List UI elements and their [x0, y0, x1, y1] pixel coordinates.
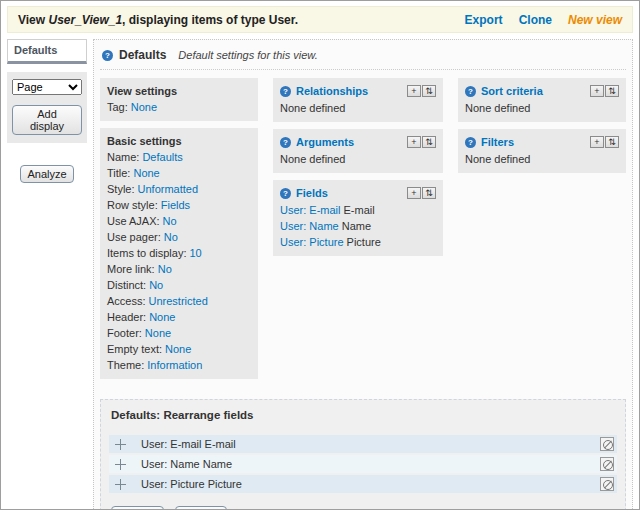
tab-defaults[interactable]: Defaults	[7, 39, 87, 64]
arguments-link[interactable]: Arguments	[296, 134, 354, 150]
setting-row: Tag:None	[107, 99, 251, 115]
setting-value-link[interactable]: Unformatted	[138, 183, 199, 195]
setting-value-link[interactable]: No	[149, 279, 163, 291]
setting-label: Use pager:	[107, 231, 161, 243]
rearrange-fields-form: Defaults: Rearrange fields User: E-mail …	[100, 399, 626, 510]
setting-value-link[interactable]: Defaults	[142, 151, 182, 163]
relationships-empty-text: None defined	[280, 100, 436, 116]
drag-handle-icon[interactable]	[115, 439, 126, 450]
rearrange-sorts-icon[interactable]: ⇅	[605, 85, 619, 97]
setting-value-link[interactable]: None	[131, 101, 157, 113]
add-display-button[interactable]: Add display	[12, 105, 82, 135]
setting-value-link[interactable]: Information	[147, 359, 202, 371]
display-settings-panel: ? Defaults Default settings for this vie…	[93, 39, 633, 510]
setting-row: More link:No	[107, 261, 251, 277]
view-name: User_View_1	[48, 13, 122, 27]
rearrange-row-label: User: E-mail E-mail	[141, 438, 600, 450]
fields-link[interactable]: Fields	[296, 185, 328, 201]
filters-link[interactable]: Filters	[481, 134, 514, 150]
setting-value-link[interactable]: Unrestricted	[149, 295, 208, 307]
setting-label: More link:	[107, 263, 155, 275]
setting-row: Access:Unrestricted	[107, 293, 251, 309]
rearrange-title: Defaults: Rearrange fields	[111, 409, 617, 421]
setting-value-link[interactable]: None	[165, 343, 191, 355]
help-icon[interactable]: ?	[280, 137, 291, 148]
filters-box: ? Filters + ⇅ None defined	[458, 129, 626, 173]
sort-criteria-box: ? Sort criteria + ⇅ None defined	[458, 78, 626, 122]
help-icon[interactable]: ?	[465, 137, 476, 148]
form-actions: Update Cancel	[109, 506, 617, 510]
sort-criteria-header: ? Sort criteria + ⇅	[465, 83, 619, 99]
rearrange-row: User: Picture Picture	[109, 475, 617, 493]
relationships-link[interactable]: Relationships	[296, 83, 368, 99]
setting-label: Use AJAX:	[107, 215, 160, 227]
export-link[interactable]: Export	[465, 13, 503, 27]
rearrange-row: User: Name Name	[109, 455, 617, 473]
help-icon[interactable]: ?	[465, 86, 476, 97]
display-type-select[interactable]: Page	[12, 79, 82, 95]
setting-label: Footer:	[107, 327, 142, 339]
remove-field-icon[interactable]	[600, 437, 614, 451]
setting-label: Tag:	[107, 101, 128, 113]
setting-row: Name:Defaults	[107, 149, 251, 165]
setting-value-link[interactable]: No	[158, 263, 172, 275]
filters-empty-text: None defined	[465, 151, 619, 167]
field-link[interactable]: User: Picture	[280, 236, 344, 248]
setting-value-link[interactable]: None	[149, 311, 175, 323]
setting-row: Use pager:No	[107, 229, 251, 245]
field-label: Picture	[347, 236, 381, 248]
clone-link[interactable]: Clone	[519, 13, 552, 27]
rearrange-fields-icon[interactable]: ⇅	[422, 187, 436, 199]
setting-value-link[interactable]: 10	[189, 247, 201, 259]
rearrange-filters-icon[interactable]: ⇅	[605, 136, 619, 148]
rearrange-arguments-icon[interactable]: ⇅	[422, 136, 436, 148]
drag-handle-icon[interactable]	[115, 479, 126, 490]
setting-value-link[interactable]: None	[133, 167, 159, 179]
view-title-bar: View User_View_1, displaying items of ty…	[7, 6, 633, 33]
help-icon[interactable]: ?	[280, 86, 291, 97]
analyze-button[interactable]: Analyze	[20, 165, 73, 183]
view-action-links: Export Clone New view	[465, 13, 622, 27]
new-view-link[interactable]: New view	[568, 13, 622, 27]
setting-label: Style:	[107, 183, 135, 195]
setting-value-link[interactable]: No	[163, 215, 177, 227]
add-relationship-icon[interactable]: +	[407, 85, 421, 97]
add-sort-icon[interactable]: +	[590, 85, 604, 97]
field-link[interactable]: User: E-mail	[280, 204, 341, 216]
field-item: User: E-mailE-mail	[280, 202, 436, 218]
column-3: ? Sort criteria + ⇅ None defined ? Filte…	[458, 78, 626, 386]
update-button[interactable]: Update	[111, 506, 164, 510]
setting-value-link[interactable]: Fields	[161, 199, 190, 211]
setting-label: Row style:	[107, 199, 158, 211]
add-argument-icon[interactable]: +	[407, 136, 421, 148]
remove-field-icon[interactable]	[600, 457, 614, 471]
setting-value-link[interactable]: No	[164, 231, 178, 243]
setting-label: Name:	[107, 151, 139, 163]
display-sidebar: Defaults Page Add display Analyze	[7, 39, 87, 183]
view-title-prefix: View	[18, 13, 48, 27]
rearrange-row-label: User: Picture Picture	[141, 478, 600, 490]
help-icon[interactable]: ?	[280, 188, 291, 199]
remove-field-icon[interactable]	[600, 477, 614, 491]
setting-label: Empty text:	[107, 343, 162, 355]
arguments-box: ? Arguments + ⇅ None defined	[273, 129, 443, 173]
field-item: User: PicturePicture	[280, 234, 436, 250]
sort-criteria-link[interactable]: Sort criteria	[481, 83, 543, 99]
field-link[interactable]: User: Name	[280, 220, 339, 232]
help-icon[interactable]: ?	[102, 50, 113, 61]
setting-value-link[interactable]: None	[145, 327, 171, 339]
rearrange-relationships-icon[interactable]: ⇅	[422, 85, 436, 97]
cancel-button[interactable]: Cancel	[175, 506, 227, 510]
add-field-icon[interactable]: +	[407, 187, 421, 199]
add-filter-icon[interactable]: +	[590, 136, 604, 148]
view-title: View User_View_1, displaying items of ty…	[18, 13, 298, 27]
view-settings-title: View settings	[107, 83, 251, 99]
panel-subtitle: Default settings for this view.	[178, 49, 317, 61]
setting-label: Theme:	[107, 359, 144, 371]
setting-row: Use AJAX:No	[107, 213, 251, 229]
setting-row: Row style:Fields	[107, 197, 251, 213]
views-ui-content: Defaults Page Add display Analyze ? Defa…	[7, 39, 633, 510]
setting-label: Title:	[107, 167, 130, 179]
setting-label: Access:	[107, 295, 146, 307]
drag-handle-icon[interactable]	[115, 459, 126, 470]
